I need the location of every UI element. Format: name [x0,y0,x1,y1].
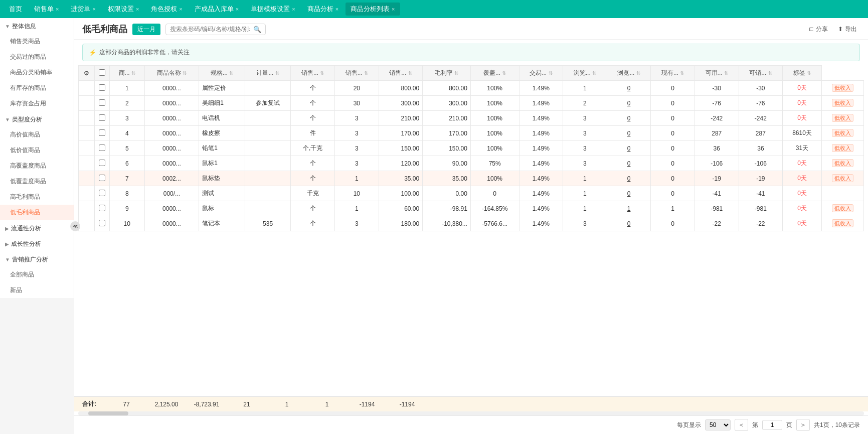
footer-sales-qty: 77 [106,401,146,408]
cell-check[interactable] [95,81,110,96]
sidebar-item-high-margin[interactable]: 高毛利商品 [0,189,74,205]
horizontal-scrollbar[interactable] [78,411,864,415]
share-button[interactable]: ⊏ 分享 [806,24,831,35]
cell-sellable: 0天 [783,186,822,201]
cell-check[interactable] [95,216,110,231]
col-code[interactable]: 商... ⇅ [110,66,145,81]
cell-check[interactable] [95,126,110,141]
nav-item-analysis-list[interactable]: 商品分析列表 × [345,3,400,16]
cell-views1[interactable]: 0 [607,111,651,126]
next-page-btn[interactable]: ＞ [796,419,810,431]
sidebar-item-category-sales[interactable]: 商品分类助销率 [0,65,74,80]
nav-item-purchase[interactable]: 进货单 × [66,3,100,16]
period-button[interactable]: 近一月 [132,24,160,35]
col-views1[interactable]: 浏览... ⇅ [563,66,607,81]
per-page-select[interactable]: 50 100 200 [705,419,731,430]
nav-close-template[interactable]: × [292,6,295,12]
cell-check[interactable] [95,141,110,156]
cell-views1[interactable]: 0 [607,81,651,96]
cell-check[interactable] [95,96,110,111]
prev-page-btn[interactable]: ＜ [735,419,748,431]
nav-item-permissions[interactable]: 权限设置 × [103,3,144,16]
sidebar-item-low-margin[interactable]: 低毛利商品 [0,205,74,220]
page-input[interactable] [762,420,782,430]
sidebar-group-growth[interactable]: ▶ 成长性分析 [0,236,74,251]
export-button[interactable]: ⬆ 导出 [835,24,860,35]
nav-close-analysis-list[interactable]: × [392,6,395,12]
col-sales-amount[interactable]: 销售... ⇅ [379,66,423,81]
sidebar-item-low-value[interactable]: 低价值商品 [0,142,74,158]
scrollbar-thumb[interactable] [88,411,128,415]
cell-views1[interactable]: 1 [607,201,651,216]
sidebar-collapse-btn[interactable]: ≪ [70,221,80,231]
table-row: 4 0000... 橡皮擦 件 3 170.00 170.00 100% 1.4… [79,126,864,141]
sidebar-item-all-goods[interactable]: 全部商品 [0,267,74,282]
col-settings[interactable]: ⚙ [79,66,95,81]
nav-close-roles[interactable]: × [179,6,182,12]
nav-close-purchase[interactable]: × [92,6,95,12]
cell-tag: 低收入 [821,111,863,126]
col-name[interactable]: 商品名称 ⇅ [144,66,199,81]
cell-name: 笔记本 [199,216,245,231]
cell-transaction: 3 [563,156,607,171]
cell-check[interactable] [95,156,110,171]
col-sales-price[interactable]: 销售... ⇅ [335,66,379,81]
select-all-checkbox[interactable] [99,69,105,76]
nav-close-permissions[interactable]: × [136,6,139,12]
sidebar-item-in-stock[interactable]: 有库存的商品 [0,80,74,96]
cell-views1[interactable]: 0 [607,96,651,111]
sidebar-item-sales-goods[interactable]: 销售类商品 [0,34,74,49]
sidebar-item-high-value[interactable]: 高价值商品 [0,127,74,142]
search-input[interactable] [170,26,250,33]
col-spec[interactable]: 规格... ⇅ [199,66,245,81]
col-tag[interactable]: 标签 ⇅ [783,66,822,81]
col-views2[interactable]: 浏览... ⇅ [607,66,651,81]
cell-views1[interactable]: 0 [607,141,651,156]
page-header: 低毛利商品 近一月 🔍 ⊏ 分享 ⬆ 导出 [74,18,868,40]
col-gross-margin[interactable]: 毛利率 ⇅ [423,66,471,81]
col-transaction[interactable]: 交易... ⇅ [519,66,563,81]
nav-close-sales[interactable]: × [56,6,59,12]
cell-available: -30 [739,81,783,96]
nav-close-product-entry[interactable]: × [236,6,239,12]
sidebar-item-high-coverage[interactable]: 高覆盖度商品 [0,158,74,174]
col-sellable[interactable]: 可销... ⇅ [739,66,783,81]
cell-check[interactable] [95,186,110,201]
cell-spec [245,141,291,156]
nav-label-permissions: 权限设置 [108,5,134,14]
cell-views1[interactable]: 0 [607,126,651,141]
sidebar-group-marketing[interactable]: ▼ 营销推广分析 [0,251,74,267]
cell-check[interactable] [95,171,110,186]
nav-close-analysis[interactable]: × [335,6,338,12]
cell-views1[interactable]: 0 [607,186,651,201]
nav-item-sales[interactable]: 销售单 × [29,3,64,16]
sidebar-item-capital[interactable]: 库存资金占用 [0,96,74,111]
nav-item-roles[interactable]: 角色授权 × [146,3,187,16]
nav-item-home[interactable]: 首页 [4,3,27,16]
cell-views1[interactable]: 0 [607,171,651,186]
nav-item-product-entry[interactable]: 产成品入库单 × [190,3,244,16]
nav-item-analysis[interactable]: 商品分析 × [302,3,343,16]
col-unit[interactable]: 计量... ⇅ [245,66,291,81]
nav-item-template[interactable]: 单据模板设置 × [246,3,300,16]
sidebar-item-new-goods[interactable]: 新品 [0,282,74,298]
col-check[interactable] [95,66,110,81]
cell-coverage: 1.49% [519,111,563,126]
search-icon[interactable]: 🔍 [253,26,261,33]
col-sales-qty[interactable]: 销售... ⇅ [291,66,335,81]
cell-sellable: 0天 [783,171,822,186]
cell-views1[interactable]: 0 [607,156,651,171]
sidebar-group-type[interactable]: ▼ 类型度分析 [0,111,74,127]
cell-views1[interactable]: 0 [607,216,651,231]
table-row: 3 0000... 电话机 个 3 210.00 210.00 100% 1.4… [79,111,864,126]
sidebar-group-flow[interactable]: ▶ 流通性分析 [0,220,74,236]
col-coverage[interactable]: 覆盖... ⇅ [470,66,519,81]
col-current-stock[interactable]: 现有... ⇅ [651,66,695,81]
col-available[interactable]: 可用... ⇅ [695,66,739,81]
sidebar-group-overview[interactable]: ▼ 整体信息 [0,18,74,34]
table-container[interactable]: ⚙ 商... ⇅ 商品名称 ⇅ 规格... ⇅ 计量... ⇅ 销售... ⇅ … [74,65,868,396]
sidebar-item-traded-goods[interactable]: 交易过的商品 [0,49,74,65]
cell-check[interactable] [95,201,110,216]
sidebar-item-low-coverage[interactable]: 低覆盖度商品 [0,174,74,189]
cell-check[interactable] [95,111,110,126]
